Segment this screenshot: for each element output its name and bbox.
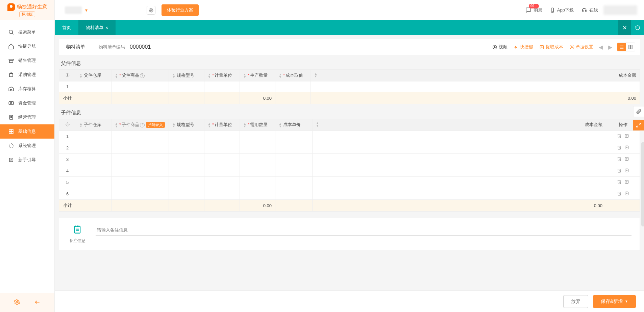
remarks-input[interactable] bbox=[96, 225, 631, 236]
cell[interactable] bbox=[76, 154, 112, 165]
tab-refresh-button[interactable] bbox=[631, 20, 644, 35]
add-row-icon[interactable] bbox=[624, 168, 629, 173]
cell[interactable] bbox=[112, 154, 169, 165]
cell[interactable] bbox=[112, 177, 169, 188]
cell[interactable] bbox=[275, 188, 313, 200]
cell[interactable] bbox=[76, 188, 112, 200]
cell[interactable] bbox=[204, 188, 240, 200]
tab-home[interactable]: 首页 bbox=[55, 20, 78, 35]
cell[interactable] bbox=[313, 131, 606, 142]
cell[interactable] bbox=[275, 154, 313, 165]
cell[interactable] bbox=[76, 81, 112, 92]
table-row[interactable]: 3 bbox=[59, 154, 640, 165]
nav-guide[interactable]: 新手引导 bbox=[0, 153, 54, 167]
table-row[interactable]: 1 bbox=[59, 131, 640, 142]
nav-quick[interactable]: 快捷导航 bbox=[0, 39, 54, 53]
cell[interactable] bbox=[112, 188, 169, 200]
help-icon[interactable]: ? bbox=[140, 123, 145, 127]
cell[interactable] bbox=[313, 177, 606, 188]
col-child-product[interactable]: ▲▼*子件商品?扫码录入 bbox=[112, 119, 169, 131]
cell[interactable] bbox=[313, 142, 606, 154]
cell[interactable] bbox=[240, 154, 275, 165]
cell[interactable] bbox=[275, 142, 313, 154]
delete-row-icon[interactable] bbox=[617, 168, 622, 173]
prev-bill-button[interactable]: ◀ bbox=[599, 44, 603, 50]
cell[interactable] bbox=[204, 81, 240, 92]
cell[interactable] bbox=[169, 154, 204, 165]
col-parent-costamt[interactable]: ▲▼成本金额 bbox=[311, 70, 640, 81]
col-child-spec[interactable]: ▲▼规格型号 bbox=[169, 119, 204, 131]
collapse-sidebar-icon[interactable] bbox=[34, 299, 41, 306]
nav-funds[interactable]: 资金管理 bbox=[0, 96, 54, 110]
cell[interactable] bbox=[112, 142, 169, 154]
nav-base-info[interactable]: 基础信息 bbox=[0, 124, 54, 139]
delete-row-icon[interactable] bbox=[617, 145, 622, 150]
cell[interactable] bbox=[240, 81, 275, 92]
cell[interactable] bbox=[240, 165, 275, 177]
settings-icon[interactable] bbox=[14, 299, 20, 306]
table-row[interactable]: 4 bbox=[59, 165, 640, 177]
table-row[interactable]: 2 bbox=[59, 142, 640, 154]
cell[interactable] bbox=[76, 142, 112, 154]
discard-button[interactable]: 放弃 bbox=[563, 295, 588, 308]
scan-input-badge[interactable]: 扫码录入 bbox=[146, 122, 165, 128]
cell[interactable] bbox=[311, 81, 640, 92]
cell[interactable] bbox=[76, 131, 112, 142]
cell[interactable] bbox=[313, 188, 606, 200]
add-row-icon[interactable] bbox=[624, 145, 629, 150]
save-and-new-button[interactable]: 保存&新增 ▼ bbox=[593, 295, 636, 308]
view-card-icon[interactable] bbox=[626, 43, 635, 51]
nav-system[interactable]: 系统管理 bbox=[0, 139, 54, 153]
cell[interactable] bbox=[169, 177, 204, 188]
next-bill-button[interactable]: ▶ bbox=[608, 44, 612, 50]
column-settings[interactable] bbox=[59, 119, 76, 131]
help-icon[interactable]: ? bbox=[140, 73, 145, 78]
toolbar-video[interactable]: 视频 bbox=[492, 44, 507, 50]
cell[interactable] bbox=[76, 165, 112, 177]
nav-purchase[interactable]: 采购管理 bbox=[0, 68, 54, 82]
cell[interactable] bbox=[169, 81, 204, 92]
user-avatar-redacted[interactable] bbox=[603, 5, 637, 15]
cell[interactable] bbox=[240, 177, 275, 188]
toolbar-extract-cost[interactable]: 提取成本 bbox=[539, 44, 563, 50]
scrollbar[interactable] bbox=[641, 142, 644, 226]
org-selector[interactable]: ▾ bbox=[65, 6, 143, 14]
add-row-icon[interactable] bbox=[624, 157, 629, 161]
cell[interactable] bbox=[169, 131, 204, 142]
add-row-icon[interactable] bbox=[624, 134, 629, 138]
table-row[interactable]: 1 bbox=[59, 81, 640, 92]
expand-button[interactable] bbox=[633, 120, 644, 130]
cell[interactable] bbox=[169, 165, 204, 177]
attachment-button[interactable] bbox=[633, 106, 644, 117]
cell[interactable] bbox=[76, 177, 112, 188]
cell[interactable] bbox=[275, 165, 313, 177]
cell[interactable] bbox=[204, 131, 240, 142]
nav-search-menu[interactable]: 搜索菜单 bbox=[0, 25, 54, 39]
cell[interactable] bbox=[240, 188, 275, 200]
col-child-warehouse[interactable]: ▲▼子件仓库 bbox=[76, 119, 112, 131]
nav-inventory[interactable]: 库存核算 bbox=[0, 82, 54, 96]
cell[interactable] bbox=[204, 177, 240, 188]
cell[interactable] bbox=[275, 81, 311, 92]
toolbar-bill-settings[interactable]: 单据设置 bbox=[569, 44, 593, 50]
col-child-unitcost[interactable]: ▲▼成本单价 bbox=[275, 119, 313, 131]
col-child-unit[interactable]: ▲▼*计量单位 bbox=[204, 119, 240, 131]
cell[interactable] bbox=[204, 142, 240, 154]
cell[interactable] bbox=[204, 154, 240, 165]
cell[interactable] bbox=[275, 177, 313, 188]
nav-sales[interactable]: 销售管理 bbox=[0, 53, 54, 68]
add-row-icon[interactable] bbox=[624, 179, 629, 184]
col-parent-qty[interactable]: ▲▼*生产数量 bbox=[240, 70, 275, 81]
cell[interactable] bbox=[112, 165, 169, 177]
col-parent-spec[interactable]: ▲▼规格型号 bbox=[169, 70, 204, 81]
cell[interactable] bbox=[112, 81, 169, 92]
view-list-icon[interactable] bbox=[617, 43, 626, 51]
col-child-qty[interactable]: ▲▼*需用数量 bbox=[240, 119, 275, 131]
col-parent-unit[interactable]: ▲▼*计量单位 bbox=[204, 70, 240, 81]
cell[interactable] bbox=[112, 131, 169, 142]
messages-link[interactable]: 99 + 消息 bbox=[525, 7, 542, 13]
delete-row-icon[interactable] bbox=[617, 157, 622, 161]
delete-row-icon[interactable] bbox=[617, 191, 622, 196]
tab-close-all-button[interactable] bbox=[618, 20, 631, 35]
cell[interactable] bbox=[240, 131, 275, 142]
